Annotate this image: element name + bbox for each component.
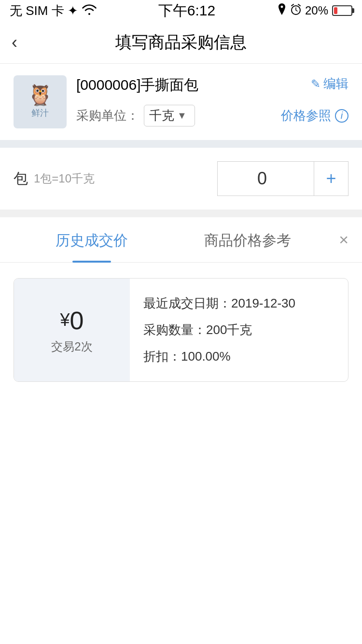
location-icon <box>277 3 287 18</box>
battery-percent: 20% <box>305 4 328 17</box>
page-title: 填写商品采购信息 <box>115 31 247 54</box>
quantity-row: 包 1包=10千克 + <box>0 148 362 210</box>
status-right: 20% <box>277 3 352 18</box>
price-ref-label: 价格参照 <box>281 107 331 124</box>
edit-button[interactable]: ✎ 编辑 <box>311 75 348 92</box>
nav-bar: ‹ 填写商品采购信息 <box>0 21 362 64</box>
recent-date-value: 2019-12-30 <box>231 296 295 310</box>
currency-symbol: ¥ <box>60 310 70 330</box>
history-trades-count: 交易2次 <box>51 339 92 354</box>
unit-label: 采购单位： 千克 ▼ <box>76 105 195 126</box>
alarm-icon <box>291 3 301 18</box>
tabs-header: 历史成交价 商品价格参考 × <box>0 217 362 263</box>
status-left: 无 SIM 卡 ✦ <box>10 2 97 19</box>
unit-select-dropdown[interactable]: 千克 ▼ <box>144 105 195 126</box>
tab-history-price[interactable]: 历史成交价 <box>14 217 169 262</box>
history-price-value: ¥0 <box>60 306 84 335</box>
status-time: 下午6:12 <box>158 1 215 21</box>
discount-row: 折扣：100.00% <box>143 347 334 366</box>
purchase-qty-label: 采购数量： <box>143 322 206 337</box>
tab-content-history: ¥0 交易2次 最近成交日期：2019-12-30 采购数量：200千克 折扣：… <box>0 263 362 397</box>
history-price-left: ¥0 交易2次 <box>14 279 130 381</box>
quantity-input[interactable] <box>217 161 314 196</box>
edit-icon: ✎ <box>311 77 320 91</box>
quantity-plus-button[interactable]: + <box>314 161 348 196</box>
status-bar: 无 SIM 卡 ✦ 下午6:12 20% <box>0 0 362 21</box>
discount-value: 100.00% <box>181 349 231 364</box>
product-thumbnail-icon: 🦉 <box>28 85 53 105</box>
recent-date-row: 最近成交日期：2019-12-30 <box>143 294 334 313</box>
signal-label: 无 SIM 卡 ✦ <box>10 2 78 19</box>
product-info: [0000006]手撕面包 ✎ 编辑 采购单位： 千克 ▼ 价格参照 i <box>76 75 348 126</box>
recent-date-label: 最近成交日期： <box>143 296 231 310</box>
tab-close-button[interactable]: × <box>325 223 348 257</box>
tab-product-price-reference[interactable]: 商品价格参考 <box>169 217 325 262</box>
quantity-unit: 包 <box>14 169 28 189</box>
product-name: [0000006]手撕面包 <box>76 75 198 95</box>
quantity-conversion: 1包=10千克 <box>34 171 95 186</box>
battery-icon <box>332 5 352 16</box>
quantity-label-group: 包 1包=10千克 <box>14 169 95 189</box>
back-button[interactable]: ‹ <box>12 32 17 53</box>
section-divider <box>0 140 362 148</box>
purchase-qty-value: 200千克 <box>206 322 252 337</box>
tabs-container: 历史成交价 商品价格参考 × ¥0 交易2次 最近成交日期：2019-12-30… <box>0 217 362 397</box>
unit-value: 千克 <box>149 107 174 124</box>
history-price-card: ¥0 交易2次 最近成交日期：2019-12-30 采购数量：200千克 折扣：… <box>14 278 348 382</box>
thumbnail-label: 鲜汁 <box>31 107 49 119</box>
history-price-right: 最近成交日期：2019-12-30 采购数量：200千克 折扣：100.00% <box>130 279 348 381</box>
info-icon: i <box>335 109 348 123</box>
price-number: 0 <box>70 307 84 335</box>
price-reference-button[interactable]: 价格参照 i <box>281 107 348 124</box>
product-card: 🦉 鲜汁 [0000006]手撕面包 ✎ 编辑 采购单位： 千克 ▼ 价格参照 … <box>0 64 362 140</box>
discount-label: 折扣： <box>143 349 181 364</box>
edit-label: 编辑 <box>323 75 348 92</box>
unit-label-text: 采购单位： <box>76 107 139 124</box>
wifi-icon <box>82 3 97 18</box>
dropdown-arrow-icon: ▼ <box>177 110 187 121</box>
bottom-fill <box>0 397 362 644</box>
purchase-qty-row: 采购数量：200千克 <box>143 321 334 339</box>
quantity-input-group: + <box>217 161 348 196</box>
product-image: 🦉 鲜汁 <box>14 75 67 128</box>
